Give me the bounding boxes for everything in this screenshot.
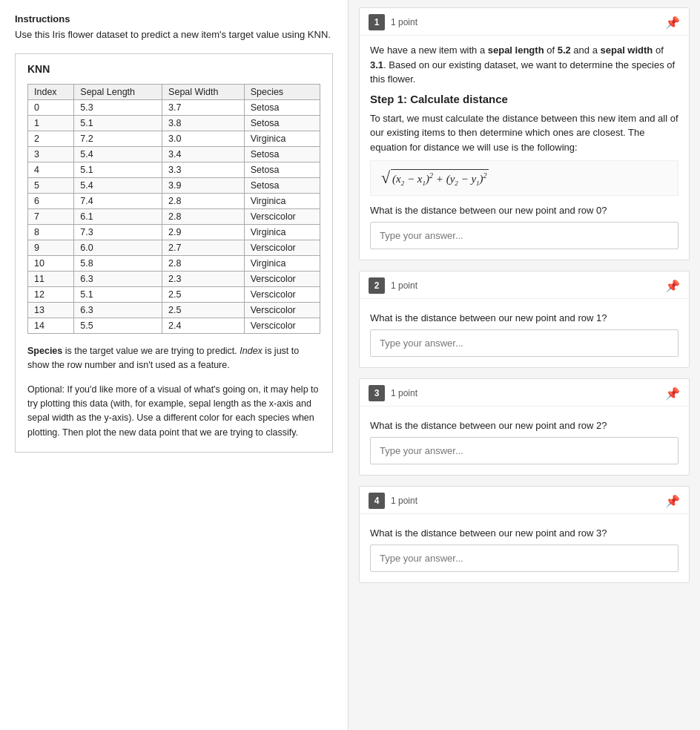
table-cell: 6 xyxy=(28,194,74,209)
table-cell: 5.1 xyxy=(74,116,162,131)
table-row: 125.12.5Verscicolor xyxy=(28,287,320,303)
header-left-3: 3 1 point xyxy=(369,385,417,401)
table-cell: Virginica xyxy=(244,256,320,272)
table-row: 67.42.8Virginica xyxy=(28,194,320,209)
header-left-2: 2 1 point xyxy=(369,277,417,294)
instructions-title: Instructions xyxy=(15,13,333,24)
table-cell: 14 xyxy=(28,318,74,334)
table-cell: 3.0 xyxy=(162,131,245,147)
table-cell: 2.5 xyxy=(162,303,245,318)
pin-icon-4[interactable]: 📌 xyxy=(665,494,680,508)
question-block-3: 3 1 point 📌 What is the distance between… xyxy=(359,378,690,476)
table-row: 145.52.4Verscicolor xyxy=(28,318,320,334)
table-cell: 6.3 xyxy=(74,272,162,287)
table-cell: Verscicolor xyxy=(244,240,320,256)
header-left-4: 4 1 point xyxy=(369,493,417,509)
table-cell: 6.0 xyxy=(74,240,162,256)
table-cell: Virginica xyxy=(244,131,320,147)
table-cell: Verscicolor xyxy=(244,303,320,318)
table-cell: 3.4 xyxy=(162,147,245,162)
formula-container: √ (x2 − x1)2 + (y2 − y1)2 xyxy=(370,160,678,196)
question-header-4: 4 1 point 📌 xyxy=(360,487,689,514)
table-row: 116.32.3Verscicolor xyxy=(28,272,320,287)
step-heading-1: Step 1: Calculate distance xyxy=(370,93,678,105)
question-points-4: 1 point xyxy=(391,496,417,506)
table-cell: 2 xyxy=(28,131,74,147)
instructions-text: Use this Iris flower dataset to predict … xyxy=(15,29,333,40)
header-left-1: 1 1 point xyxy=(369,14,417,30)
species-note: Species is the target value we are tryin… xyxy=(27,344,320,372)
table-cell: Setosa xyxy=(244,147,320,162)
table-row: 55.43.9Setosa xyxy=(28,178,320,194)
step-text-1: To start, we must calculate the distance… xyxy=(370,111,678,155)
table-cell: 3.8 xyxy=(162,116,245,131)
table-cell: Setosa xyxy=(244,100,320,116)
knn-section: KNN Index Sepal Length Sepal Width Speci… xyxy=(15,53,333,453)
answer-input-2[interactable] xyxy=(370,329,678,357)
table-cell: Setosa xyxy=(244,116,320,131)
table-cell: 2.8 xyxy=(162,209,245,225)
question-intro-1: We have a new item with a sepal length o… xyxy=(370,43,678,87)
pin-icon-2[interactable]: 📌 xyxy=(665,279,680,293)
table-cell: 2.9 xyxy=(162,225,245,240)
question-header-3: 3 1 point 📌 xyxy=(360,379,689,407)
col-header-sepal-length: Sepal Length xyxy=(74,85,162,100)
table-row: 45.13.3Setosa xyxy=(28,162,320,178)
table-cell: 9 xyxy=(28,240,74,256)
question-points-2: 1 point xyxy=(391,280,417,291)
table-cell: Virginica xyxy=(244,194,320,209)
table-row: 35.43.4Setosa xyxy=(28,147,320,162)
left-panel: Instructions Use this Iris flower datase… xyxy=(0,0,349,730)
table-cell: 2.8 xyxy=(162,194,245,209)
table-cell: Verscicolor xyxy=(244,318,320,334)
table-cell: 7.3 xyxy=(74,225,162,240)
question-block-1: 1 1 point 📌 We have a new item with a se… xyxy=(359,7,690,260)
table-cell: 8 xyxy=(28,225,74,240)
table-cell: Verscicolor xyxy=(244,287,320,303)
table-row: 136.32.5Verscicolor xyxy=(28,303,320,318)
table-row: 27.23.0Virginica xyxy=(28,131,320,147)
table-cell: 7.2 xyxy=(74,131,162,147)
question-header-2: 2 1 point 📌 xyxy=(360,272,689,299)
answer-input-3[interactable] xyxy=(370,437,678,464)
table-cell: 5.3 xyxy=(74,100,162,116)
question-label-3: What is the distance between our new poi… xyxy=(370,420,678,431)
question-label-1: What is the distance between our new poi… xyxy=(370,205,678,216)
question-block-4: 4 1 point 📌 What is the distance between… xyxy=(359,486,690,583)
pin-icon-1[interactable]: 📌 xyxy=(665,16,680,30)
table-cell: 4 xyxy=(28,162,74,178)
distance-formula: √ (x2 − x1)2 + (y2 − y1)2 xyxy=(381,171,489,183)
table-cell: 5.1 xyxy=(74,287,162,303)
table-cell: 5.5 xyxy=(74,318,162,334)
question-header-1: 1 1 point 📌 xyxy=(360,8,689,36)
table-cell: 6.1 xyxy=(74,209,162,225)
table-cell: 11 xyxy=(28,272,74,287)
answer-input-1[interactable] xyxy=(370,222,678,249)
table-cell: 2.8 xyxy=(162,256,245,272)
table-row: 87.32.9Virginica xyxy=(28,225,320,240)
table-cell: 5.1 xyxy=(74,162,162,178)
table-cell: 5.8 xyxy=(74,256,162,272)
question-points-3: 1 point xyxy=(391,388,417,398)
question-label-2: What is the distance between our new poi… xyxy=(370,312,678,323)
table-cell: 7 xyxy=(28,209,74,225)
question-number-1: 1 xyxy=(369,14,385,30)
answer-input-4[interactable] xyxy=(370,545,678,572)
table-row: 76.12.8Verscicolor xyxy=(28,209,320,225)
table-cell: 7.4 xyxy=(74,194,162,209)
question-number-4: 4 xyxy=(369,493,385,509)
table-cell: 3.3 xyxy=(162,162,245,178)
question-number-3: 3 xyxy=(369,385,385,401)
question-body-4: What is the distance between our new poi… xyxy=(360,514,689,582)
table-cell: 3.7 xyxy=(162,100,245,116)
question-points-1: 1 point xyxy=(391,17,417,27)
table-cell: 6.3 xyxy=(74,303,162,318)
table-cell: 3 xyxy=(28,147,74,162)
table-cell: 2.7 xyxy=(162,240,245,256)
iris-table: Index Sepal Length Sepal Width Species 0… xyxy=(27,84,320,334)
table-cell: 0 xyxy=(28,100,74,116)
col-header-index: Index xyxy=(28,85,74,100)
pin-icon-3[interactable]: 📌 xyxy=(665,387,680,401)
table-cell: 2.3 xyxy=(162,272,245,287)
table-row: 05.33.7Setosa xyxy=(28,100,320,116)
